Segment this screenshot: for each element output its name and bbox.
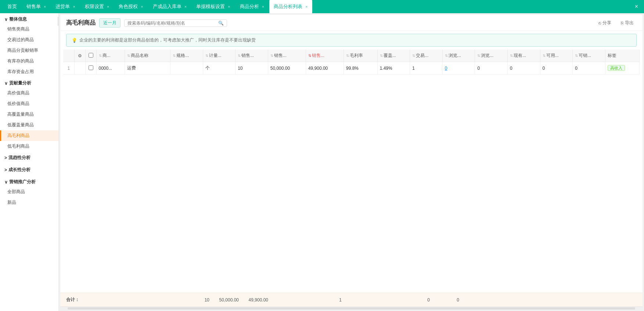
- nav-close-permission[interactable]: ×: [107, 4, 109, 9]
- nav-close-template[interactable]: ×: [228, 4, 230, 9]
- nav-item-role[interactable]: 角色授权 ×: [114, 0, 147, 13]
- sidebar-group-overall-label: 整体信息: [9, 16, 27, 22]
- sidebar-group-growth-label: 成长性分析: [8, 167, 30, 173]
- col-spec[interactable]: ⇅规格...: [170, 50, 203, 62]
- sidebar-item-sales-goods[interactable]: 销售类商品: [0, 24, 58, 35]
- chevron-right-icon: >: [4, 155, 7, 160]
- view1-link[interactable]: 0: [445, 66, 447, 71]
- col-coverage[interactable]: ⇅覆盖...: [377, 50, 410, 62]
- cell-sales3: 49,900.00: [306, 62, 343, 75]
- nav-close-product-inbound[interactable]: ×: [184, 4, 187, 9]
- col-tag: 标签: [605, 50, 639, 62]
- cell-gross-rate: 99.8%: [344, 62, 378, 75]
- sidebar: « ∨ 整体信息 销售类商品 交易过的商品 商品分贡献销率 有库存的商品 库存资…: [0, 13, 59, 311]
- sidebar-item-low-value[interactable]: 低价值商品: [0, 98, 58, 109]
- cell-trade: 1: [410, 62, 443, 75]
- chevron-right-icon-2: >: [4, 167, 7, 173]
- nav-item-home[interactable]: 首页: [3, 0, 21, 13]
- sidebar-group-marketing[interactable]: ∨ 营销推广分析: [0, 176, 58, 187]
- scroll-thumb: [68, 307, 635, 310]
- col-gross-rate[interactable]: ⇅毛利率: [344, 50, 378, 62]
- sidebar-group-marketing-label: 营销推广分析: [9, 179, 36, 185]
- cell-unit: 个: [203, 62, 235, 75]
- content-header: 高毛利商品 近一月 🔍 ⎋ 分享 ⎘ 导出: [60, 15, 643, 31]
- col-name[interactable]: ⇅商品名称: [125, 50, 170, 62]
- col-available[interactable]: ⇅可用...: [540, 50, 573, 62]
- bottom-scrollbar[interactable]: [60, 307, 643, 310]
- cell-view2: 0: [475, 62, 508, 75]
- nav-item-product-inbound[interactable]: 产成品入库单 ×: [148, 0, 191, 13]
- close-all-button[interactable]: ×: [632, 3, 641, 10]
- sidebar-item-new-goods[interactable]: 新品: [0, 197, 58, 208]
- sidebar-group-flow[interactable]: > 流趋性分析: [0, 152, 58, 164]
- sidebar-item-low-coverage[interactable]: 低覆盖量商品: [0, 120, 58, 130]
- nav-item-permission[interactable]: 权限设置 ×: [80, 0, 114, 13]
- select-all-checkbox[interactable]: [89, 53, 93, 58]
- col-saleable[interactable]: ⇅可销...: [573, 50, 605, 62]
- sidebar-item-stock-capital[interactable]: 库存资金占用: [0, 66, 58, 77]
- col-sales3[interactable]: ⇅销售...: [306, 50, 343, 62]
- footer-current: 0: [404, 297, 433, 303]
- nav-label-role: 角色授权: [119, 3, 138, 10]
- nav-item-analysis-list[interactable]: 商品分析列表 ×: [269, 0, 312, 13]
- cell-checkbox: [85, 62, 96, 75]
- export-button[interactable]: ⎘ 导出: [618, 18, 637, 28]
- sidebar-item-high-coverage[interactable]: 高覆盖量商品: [0, 109, 58, 120]
- col-view2[interactable]: ⇅浏览...: [475, 50, 508, 62]
- sidebar-item-all-goods[interactable]: 全部商品: [0, 187, 58, 197]
- nav-item-sales[interactable]: 销售单 ×: [22, 0, 50, 13]
- footer-sales3: 49,900.00: [242, 297, 272, 303]
- sidebar-item-goods-contribution[interactable]: 商品分贡献销率: [0, 45, 58, 56]
- nav-label-analysis: 商品分析: [240, 3, 259, 10]
- nav-item-template[interactable]: 单据模板设置 ×: [192, 0, 234, 13]
- col-num: [63, 50, 74, 62]
- nav-item-analysis[interactable]: 商品分析 ×: [235, 0, 269, 13]
- table-row: 1 0000... 运费 个 10 50,000.00 49,900.00 99…: [63, 62, 640, 75]
- col-sales1[interactable]: ⇅销售...: [235, 50, 268, 62]
- cell-name: 运费: [125, 62, 170, 75]
- content-area: 高毛利商品 近一月 🔍 ⎋ 分享 ⎘ 导出 💡 企业的主要的利润都是这部分商品创…: [60, 15, 643, 310]
- export-label: 导出: [625, 20, 634, 26]
- cell-code: 0000...: [96, 62, 125, 75]
- col-current[interactable]: ⇅现有...: [507, 50, 540, 62]
- sidebar-item-traded-goods[interactable]: 交易过的商品: [0, 35, 58, 45]
- col-view1[interactable]: ⇅浏览...: [442, 50, 475, 62]
- col-unit[interactable]: ⇅计量...: [203, 50, 235, 62]
- nav-label-home: 首页: [7, 3, 17, 10]
- period-button[interactable]: 近一月: [99, 18, 120, 28]
- col-settings[interactable]: ⚙: [74, 50, 85, 62]
- share-icon: ⎋: [598, 21, 601, 26]
- sidebar-item-in-stock[interactable]: 有库存的商品: [0, 56, 58, 66]
- row-checkbox[interactable]: [89, 65, 93, 70]
- col-trade[interactable]: ⇅交易...: [410, 50, 443, 62]
- data-table: ⚙ ⇅商... ⇅商品名称 ⇅规格... ⇅计量... ⇅销售... ⇅销售..…: [63, 50, 640, 75]
- nav-close-analysis-list[interactable]: ×: [305, 4, 307, 9]
- share-label: 分享: [602, 20, 611, 26]
- sidebar-item-high-value[interactable]: 高价值商品: [0, 88, 58, 98]
- share-button[interactable]: ⎋ 分享: [596, 18, 614, 28]
- sidebar-collapse-button[interactable]: «: [58, 17, 59, 26]
- search-icon[interactable]: 🔍: [218, 21, 224, 26]
- sidebar-group-overall[interactable]: ∨ 整体信息: [0, 13, 58, 24]
- sidebar-item-low-margin[interactable]: 低毛利商品: [0, 141, 58, 152]
- footer-total: 合计： 10 50,000.00 49,900.00 1 0 0: [60, 293, 643, 307]
- nav-close-purchase[interactable]: ×: [73, 4, 75, 9]
- nav-item-purchase[interactable]: 进货单 ×: [51, 0, 79, 13]
- footer-available: 0: [433, 297, 463, 303]
- sidebar-item-high-margin[interactable]: 高毛利商品: [0, 130, 58, 141]
- nav-close-analysis[interactable]: ×: [262, 4, 264, 9]
- cell-tag: 高收入: [605, 62, 639, 75]
- nav-close-role[interactable]: ×: [141, 4, 143, 9]
- sidebar-group-growth[interactable]: > 成长性分析: [0, 164, 58, 176]
- search-box: 🔍: [124, 19, 227, 27]
- chevron-down-icon-2: ∨: [4, 81, 8, 86]
- col-checkbox: [85, 50, 96, 62]
- nav-label-analysis-list: 商品分析列表: [274, 3, 302, 10]
- col-code[interactable]: ⇅商...: [96, 50, 125, 62]
- sidebar-group-contribution[interactable]: ∨ 贡献量分析: [0, 77, 58, 88]
- nav-close-sales[interactable]: ×: [44, 4, 46, 9]
- col-sales2[interactable]: ⇅销售...: [268, 50, 306, 62]
- cell-settings: [74, 62, 85, 75]
- page-title: 高毛利商品: [66, 19, 96, 27]
- search-input[interactable]: [127, 21, 217, 26]
